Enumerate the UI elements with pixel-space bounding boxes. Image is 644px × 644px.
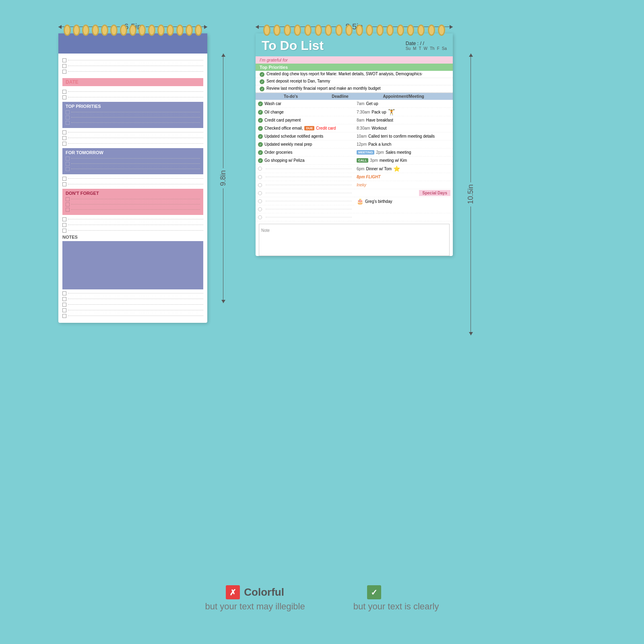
for-tomorrow-section: FOR TOMORROW [62,148,203,174]
todo-row-2: ✓ Oil change [256,108,354,116]
birthday-icon: 🎂 [357,198,363,204]
lucky-text: Ineky [357,183,366,187]
todo-grid: To-do's Deadline Appointment/Meeting ✓ W… [256,93,453,221]
appt-text-8: meeting w/ Kim [380,158,407,163]
appt-time-6: 12pm [357,142,367,147]
comparison-left-subtitle: but your text may illegible [205,601,305,612]
appt-row-1: 7am Get up [354,100,453,108]
date-slashes: / / [420,41,424,46]
top-priorities-label-left: TOP PRIORITIES [66,104,200,109]
top-priorities-section-left: TOP PRIORITIES [62,102,203,128]
todo-text-8: Go shopping w/ Peliza [264,158,305,163]
dont-forget-label: DON'T FORGET [66,191,200,196]
appt-time-9: 6pm [357,167,364,171]
note-label: Note [261,228,270,233]
todo-text-4: Checked office email, [264,126,303,130]
appt-row-2: 7:30am Pack up 🏋️ [354,108,453,116]
todo-check-7: ✓ [258,150,263,155]
date-section-right: Date : / / Su M T W Th F Sa [406,41,447,51]
appt-text-4: Workout [372,126,386,130]
appt-row-12: Special Days [354,189,453,197]
day-t: T [419,46,421,51]
appt-time-7: 2pm [376,150,384,155]
appt-time-1: 7am [357,101,364,106]
for-tomorrow-label: FOR TOMORROW [66,150,200,155]
note-section: Note [259,224,450,256]
grateful-section: I'm grateful for [256,56,453,64]
priority-check-2: ✓ [260,79,264,84]
left-height-label: 9.8in [219,168,227,188]
left-height-dimension: 9.8in [219,54,227,303]
priority-text-2: Sent deposit receipt to Dan, Tammy [266,79,330,83]
appt-text-6: Pack a lunch [368,142,391,147]
top-priorities-header-right: Top Priorities [256,64,453,71]
dumbbell-icon: 🏋️ [388,109,395,115]
comparison-right-top: ✓ Colorful [353,585,439,599]
todo-row-12 [256,189,354,197]
special-days-label: Special Days [419,190,450,196]
appt-text-2: Pack up [372,110,386,114]
todo-check-8: ✓ [258,158,263,163]
comparison-right: ✓ Colorful but your text is clearly [353,585,439,612]
todo-row-3: ✓ Credit card payment [256,116,354,124]
priority-item-1: ✓ Created dog chew toys report for Marie… [256,71,453,78]
call-badge: CALL [357,158,368,163]
credit-card-text: Credit card [316,126,336,130]
day-w: W [424,46,427,51]
top-priorities-label-right: Top Priorities [260,65,288,70]
todo-check-3: ✓ [258,118,263,123]
right-height-label: 10.5in [466,182,475,206]
appt-text-5: Called terri to confirm meeting details [368,134,435,138]
todo-text-1: Wash car [264,101,281,106]
notes-label-left: NOTES [62,235,203,239]
left-spiral [62,25,203,36]
flight-text: 8pm FLIGHT [357,175,380,179]
right-notebook-header: To Do List Date : / / Su M T W Th F Sa [256,33,453,56]
todo-row-15 [256,213,354,221]
todo-text-5: Updated schedue notified agents [264,134,323,138]
grateful-label: I'm grateful for [260,58,288,62]
todo-check-2: ✓ [258,110,263,115]
todo-row-13 [256,197,354,205]
todo-row-6: ✓ Updated weekly meal prep [256,140,354,149]
appt-text-7: Sales meeting [386,150,411,155]
appt-text-1: Get up [366,101,378,106]
comparison-right-subtitle: but your text is clearly [353,601,439,612]
meeting-badge: MEETING [357,150,374,155]
comparison-left-title: Colorful [244,586,284,599]
deadline-col-header: Deadline [326,93,354,100]
appt-row-4: 8:30am Workout [354,124,453,132]
todo-check-5: ✓ [258,134,263,139]
right-notebook: To Do List Date : / / Su M T W Th F Sa [256,33,453,258]
appt-text-3: Have breakfast [366,118,393,122]
day-th: Th [430,46,435,51]
date-section-left: DATE [62,76,203,88]
star-icon: ⭐ [393,165,400,172]
comparison-right-title: Colorful [385,586,425,599]
notes-section-left: NOTES [62,235,203,289]
priority-item-2: ✓ Sent deposit receipt to Dan, Tammy [256,78,453,85]
appointment-col-header: Appointment/Meeting [354,93,453,100]
appt-row-8: CALL 3pm meeting w/ Kim [354,157,453,165]
appt-time-4: 8:30am [357,126,370,130]
comparison-left: ✗ Colorful but your text may illegible [205,585,305,612]
todo-row-5: ✓ Updated schedue notified agents [256,132,354,140]
todo-text-2: Oil change [264,110,284,114]
due-badge: DUE [304,126,314,130]
appt-time-8: 3pm [370,158,378,163]
appt-row-14 [354,205,453,213]
right-spiral [262,25,447,36]
todo-text-7: Order groceries [264,150,292,155]
comparison-left-top: ✗ Colorful [205,585,305,599]
appt-row-5: 10am Called terri to confirm meeting det… [354,132,453,140]
todo-row-11 [256,181,354,189]
appt-text-9: Dinner w/ Tom [366,167,392,171]
date-label: DATE [62,78,203,86]
todo-text-6: Updated weekly meal prep [264,142,312,147]
special-day-row: 🎂 Greg's birthday [354,197,453,205]
day-m: M [413,46,416,51]
special-day-text: Greg's birthday [365,199,392,204]
todo-check-1: ✓ [258,101,263,106]
dont-forget-section: DON'T FORGET [62,189,203,215]
right-height-dimension: 10.5in [466,54,475,335]
